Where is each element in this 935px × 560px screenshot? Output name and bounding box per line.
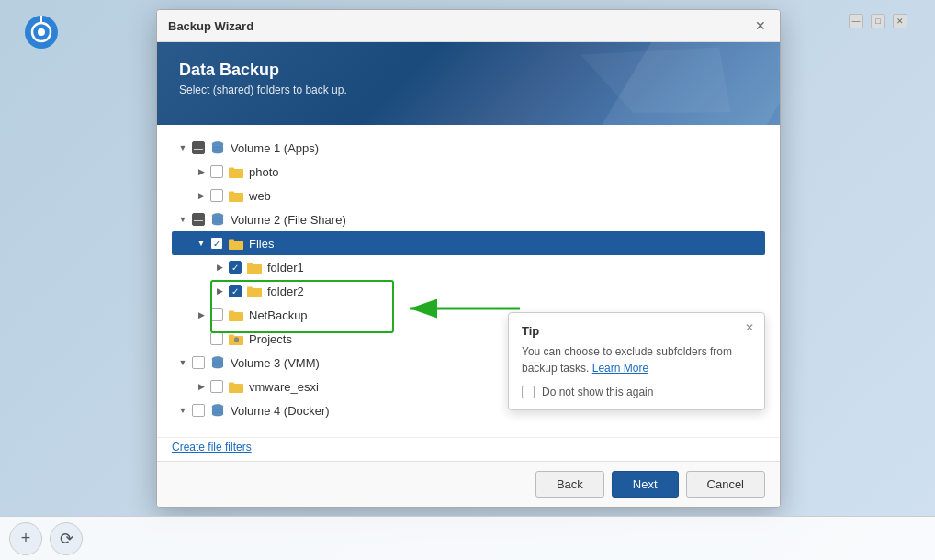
checkbox-vol1[interactable]: —	[192, 141, 205, 154]
tip-do-not-show-checkbox[interactable]	[522, 386, 535, 398]
svg-point-40	[212, 412, 223, 416]
db-icon-vol2	[210, 212, 225, 227]
checkbox-photo[interactable]	[210, 165, 223, 178]
tip-close-button[interactable]: ✕	[742, 320, 757, 335]
taskbar-history-button[interactable]: ⟳	[50, 522, 83, 555]
header-title: Data Backup	[179, 61, 758, 80]
app-icon	[23, 14, 60, 50]
toggle-folder2[interactable]: ▶	[212, 284, 227, 298]
dialog-content: ▼ — Volume 1 (Apps)	[157, 125, 780, 461]
toggle-web[interactable]: ▶	[194, 188, 208, 203]
folder-icon-files	[229, 236, 243, 251]
close-btn[interactable]: ✕	[893, 14, 907, 28]
dialog-footer: Back Next Cancel	[157, 461, 780, 507]
toggle-vol2[interactable]: ▼	[175, 212, 190, 227]
svg-point-17	[212, 221, 223, 225]
label-netbackup: NetBackup	[249, 308, 308, 322]
toggle-vol4[interactable]: ▼	[175, 403, 190, 418]
svg-rect-12	[229, 191, 234, 194]
backup-wizard-dialog: Backup Wizard ✕ Data Backup Select (shar…	[156, 9, 781, 508]
checkbox-vol4[interactable]	[192, 404, 205, 417]
toggle-netbackup[interactable]: ▶	[194, 308, 208, 322]
tip-checkbox-row: Do not show this again	[522, 386, 751, 398]
svg-rect-35	[229, 382, 234, 385]
tree-item-vol2[interactable]: ▼ — Volume 2 (File Share)	[172, 207, 765, 231]
toggle-folder1[interactable]: ▶	[212, 260, 227, 274]
label-vol4: Volume 4 (Docker)	[231, 404, 330, 418]
checkbox-web[interactable]	[210, 189, 223, 202]
tip-title: Tip	[522, 324, 751, 338]
folder-icon-photo	[229, 164, 243, 179]
minimize-btn[interactable]: —	[849, 14, 863, 28]
dialog-close-button[interactable]: ✕	[752, 17, 769, 34]
checkbox-netbackup[interactable]	[210, 308, 223, 321]
tip-popup: ✕ Tip You can choose to exclude subfolde…	[508, 312, 765, 410]
tip-learn-more-link[interactable]: Learn More	[592, 362, 648, 375]
label-vol2: Volume 2 (File Share)	[231, 213, 346, 227]
footer-buttons: Back Next Cancel	[535, 471, 765, 498]
cancel-button[interactable]: Cancel	[686, 471, 765, 498]
label-folder2: folder2	[267, 285, 304, 298]
folder-icon-folder2	[247, 284, 262, 298]
tree-item-web[interactable]: ▶ web	[172, 184, 765, 207]
checkbox-folder2[interactable]: ✓	[229, 285, 242, 297]
label-folder1: folder1	[267, 261, 304, 274]
create-filter-link[interactable]: Create file filters	[172, 441, 252, 454]
dialog-header: Data Backup Select (shared) folders to b…	[157, 42, 780, 125]
label-projects: Projects	[249, 332, 292, 346]
svg-rect-19	[229, 239, 234, 241]
tree-item-files[interactable]: ▼ ✓ Files	[172, 231, 765, 255]
svg-rect-10	[229, 167, 234, 170]
folder-icon-vmware	[229, 379, 243, 394]
svg-rect-23	[247, 286, 253, 289]
label-web: web	[249, 189, 271, 203]
taskbar-add-button[interactable]: +	[9, 522, 42, 555]
toggle-photo[interactable]: ▶	[194, 164, 208, 179]
toggle-files[interactable]: ▼	[194, 236, 208, 251]
checkbox-projects[interactable]	[210, 332, 223, 345]
toggle-vol1[interactable]: ▼	[175, 140, 190, 155]
taskbar: + ⟳	[0, 516, 935, 560]
tip-do-not-show-label: Do not show this again	[542, 386, 653, 398]
tree-item-photo[interactable]: ▶ photo	[172, 160, 765, 184]
folder-icon-folder1	[247, 260, 262, 274]
label-vol3: Volume 3 (VMM)	[231, 356, 320, 370]
checkbox-folder1[interactable]: ✓	[229, 261, 242, 274]
dialog-titlebar: Backup Wizard ✕	[157, 10, 780, 42]
svg-rect-28	[234, 338, 239, 342]
checkbox-vmware[interactable]	[210, 380, 223, 393]
toggle-vmware[interactable]: ▶	[194, 379, 208, 394]
tree-item-folder1[interactable]: ▶ ✓ folder1	[172, 255, 765, 279]
lock-folder-icon-projects	[229, 331, 243, 346]
label-files: Files	[249, 237, 274, 251]
maximize-btn[interactable]: □	[871, 14, 885, 28]
db-icon-vol4	[210, 403, 225, 418]
db-icon-vol1	[210, 140, 225, 155]
checkbox-files[interactable]: ✓	[210, 237, 223, 250]
back-button[interactable]: Back	[535, 471, 604, 498]
svg-rect-25	[229, 310, 234, 313]
db-icon-vol3	[210, 355, 225, 370]
label-vmware: vmware_esxi	[249, 380, 319, 394]
next-button[interactable]: Next	[612, 471, 679, 498]
checkbox-vol3[interactable]	[192, 356, 205, 369]
toggle-vol3[interactable]: ▼	[175, 355, 190, 370]
label-vol1: Volume 1 (Apps)	[231, 141, 319, 155]
checkbox-vol2[interactable]: —	[192, 213, 205, 226]
tree-item-vol1[interactable]: ▼ — Volume 1 (Apps)	[172, 136, 765, 160]
folder-icon-netbackup	[229, 308, 243, 322]
dialog-title: Backup Wizard	[168, 19, 253, 33]
folder-icon-web	[229, 188, 243, 203]
desktop: — □ ✕ Backup Wizard ✕ Data Backup Select…	[0, 0, 935, 560]
header-subtitle: Select (shared) folders to back up.	[179, 84, 758, 96]
window-chrome-buttons: — □ ✕	[849, 14, 907, 28]
tree-item-folder2[interactable]: ▶ ✓ folder2	[172, 279, 765, 303]
svg-point-8	[212, 150, 223, 153]
svg-point-2	[38, 28, 45, 36]
svg-rect-21	[247, 263, 253, 265]
svg-point-33	[212, 364, 223, 368]
label-photo: photo	[249, 165, 279, 179]
svg-rect-27	[229, 334, 234, 337]
tip-text: You can choose to exclude subfolders fro…	[522, 343, 751, 376]
